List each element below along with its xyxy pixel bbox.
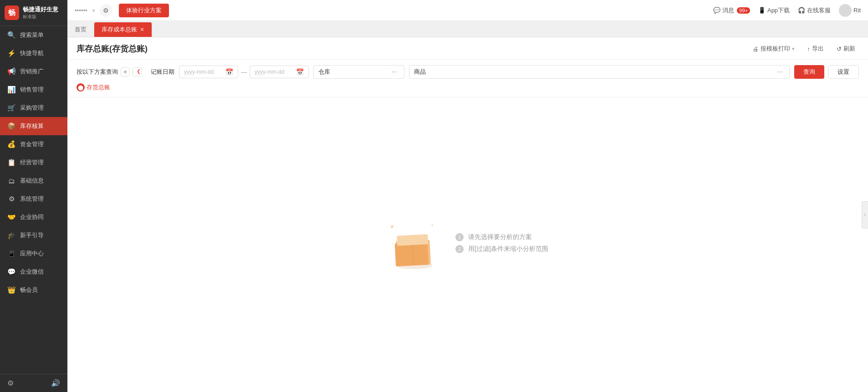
export-icon: ↑: [807, 46, 811, 52]
sidebar-item-basic[interactable]: 🗂 基础信息: [0, 172, 67, 190]
calendar-start-icon[interactable]: 📅: [225, 68, 233, 76]
add-scheme-icon[interactable]: ＋: [121, 67, 130, 76]
wechat-icon: 💬: [7, 268, 15, 276]
date-start-placeholder: yyyy-mm-dd: [184, 69, 214, 75]
online-service-btn[interactable]: 🎧 在线客服: [798, 6, 831, 15]
system-icon: ⚙: [7, 195, 15, 203]
scheme-list: ⬤ 存货总账: [77, 83, 110, 92]
tab-home[interactable]: 首页: [67, 22, 94, 37]
sound-icon[interactable]: 🔊: [51, 379, 60, 387]
sidebar-item-capital[interactable]: 💰 资金管理: [0, 135, 67, 153]
svg-text:✦: ✦: [389, 223, 395, 230]
sidebar-bottom: ⚙ 🔊: [0, 374, 67, 392]
sidebar-item-operation[interactable]: 📋 经营管理: [0, 153, 67, 172]
app-download-btn[interactable]: 📱 App下载: [758, 6, 790, 15]
app-version: 标准版: [23, 14, 58, 20]
sidebar-item-wechat[interactable]: 💬 企业微信: [0, 263, 67, 281]
message-label: 消息: [722, 6, 734, 15]
tabbar: 首页 库存成本总账 ✕: [67, 21, 868, 37]
user-menu[interactable]: Rit: [839, 4, 861, 17]
sidebar: 畅 畅捷通好生意 标准版 🔍 搜索菜单 ⚡ 快捷导航 📢 营销推广 📊 销售管理…: [0, 0, 67, 392]
tab-inventory-cost[interactable]: 库存成本总账 ✕: [94, 22, 152, 37]
sidebar-item-label: 采购管理: [20, 104, 44, 112]
tab-close-icon[interactable]: ✕: [140, 26, 144, 33]
date-end-input[interactable]: yyyy-mm-dd 📅: [250, 66, 309, 78]
sidebar-item-inventory[interactable]: 📦 库存核算: [0, 117, 67, 135]
sales-icon: 📊: [7, 86, 15, 94]
inventory-icon: 📦: [7, 122, 15, 130]
print-label: 按模板打印: [761, 45, 790, 53]
scheme-item-inventory[interactable]: ⬤ 存货总账: [77, 83, 110, 92]
operation-icon: 📋: [7, 158, 15, 167]
user-name: Rit: [853, 7, 861, 14]
sidebar-item-label: 快捷导航: [20, 49, 44, 57]
page-header: 库存总账(存货总账) 🖨 按模板打印 ▾ ↑ 导出 ↺ 刷新: [67, 37, 868, 60]
basic-icon: 🗂: [7, 177, 15, 185]
svg-text:✦: ✦: [430, 223, 434, 228]
collapse-icon[interactable]: 《: [133, 67, 142, 76]
hint2-num: 2: [455, 245, 464, 253]
filter-actions: 查询 设置: [794, 65, 859, 79]
sidebar-item-sales[interactable]: 📊 销售管理: [0, 81, 67, 99]
sidebar-item-label: 库存核算: [20, 122, 44, 130]
settings-button[interactable]: 设置: [828, 65, 859, 79]
date-start-input[interactable]: yyyy-mm-dd 📅: [179, 66, 238, 78]
print-btn[interactable]: 🖨 按模板打印 ▾: [749, 43, 798, 55]
export-btn[interactable]: ↑ 导出: [804, 43, 828, 55]
sidebar-item-newbie[interactable]: 🎓 新手引导: [0, 226, 67, 244]
sidebar-item-label: 销售管理: [20, 86, 44, 94]
sidebar-menu: 🔍 搜索菜单 ⚡ 快捷导航 📢 营销推广 📊 销售管理 🛒 采购管理 📦 库存核…: [0, 26, 67, 374]
message-badge: 99+: [737, 7, 750, 14]
warehouse-more-icon[interactable]: ···: [390, 68, 399, 76]
capital-icon: 💰: [7, 140, 15, 148]
message-btn[interactable]: 💬 消息 99+: [713, 6, 750, 15]
dropdown-arrow-icon: ▾: [92, 7, 95, 14]
sidebar-item-search[interactable]: 🔍 搜索菜单: [0, 26, 67, 44]
date-separator: —: [241, 69, 247, 76]
avatar: [839, 4, 852, 17]
sidebar-item-label: 资金管理: [20, 140, 44, 148]
panel-collapse-btn[interactable]: ›: [862, 201, 868, 229]
date-end-placeholder: yyyy-mm-dd: [255, 69, 284, 75]
query-button[interactable]: 查询: [794, 65, 824, 79]
sidebar-item-label: 经营管理: [20, 158, 44, 167]
dropdown-icon: ▾: [792, 46, 795, 52]
goods-more-icon[interactable]: ···: [775, 68, 785, 76]
phone-icon: 📱: [758, 7, 766, 14]
export-label: 导出: [812, 45, 824, 53]
filter-bar: 按以下方案查询 ＋ 《 记账日期 yyyy-mm-dd 📅 — yyyy-mm-…: [67, 60, 868, 97]
calendar-end-icon[interactable]: 📅: [296, 68, 304, 76]
hint1-text: 请先选择要分析的方案: [468, 233, 532, 240]
refresh-icon: ↺: [837, 46, 842, 52]
settings-bottom-icon[interactable]: ⚙: [7, 379, 14, 387]
sidebar-item-label: 搜索菜单: [20, 31, 44, 39]
date-range-filter: yyyy-mm-dd 📅 — yyyy-mm-dd 📅: [179, 66, 309, 78]
topbar-right: 💬 消息 99+ 📱 App下载 🎧 在线客服 Rit: [713, 4, 861, 17]
hint1-num: 1: [455, 233, 464, 241]
sidebar-item-purchase[interactable]: 🛒 采购管理: [0, 99, 67, 117]
sidebar-item-corp[interactable]: 🤝 企业协同: [0, 208, 67, 226]
sidebar-item-system[interactable]: ⚙ 系统管理: [0, 190, 67, 208]
industry-btn[interactable]: 体验行业方案: [119, 4, 169, 17]
member-icon: 👑: [7, 286, 15, 294]
sidebar-item-marketing[interactable]: 📢 营销推广: [0, 62, 67, 81]
app-download-label: App下载: [767, 6, 790, 15]
search-icon: 🔍: [7, 31, 15, 39]
sidebar-item-member[interactable]: 👑 畅会员: [0, 281, 67, 299]
corp-icon: 🤝: [7, 213, 15, 221]
empty-state: ✦ ✦ ✦ 1 请先选择要分析的方案 2 用[过滤]条件来缩小分析范围: [67, 97, 868, 392]
filter-row-main: 按以下方案查询 ＋ 《 记账日期 yyyy-mm-dd 📅 — yyyy-mm-…: [77, 65, 859, 79]
topbar-settings-icon[interactable]: ⚙: [100, 4, 112, 17]
newbie-icon: 🎓: [7, 231, 15, 239]
message-icon: 💬: [713, 7, 720, 14]
breadcrumb-current[interactable]: ▪▪▪▪▪▪: [75, 7, 87, 14]
warehouse-filter[interactable]: 仓库 ···: [313, 65, 404, 79]
sidebar-item-appcenter[interactable]: 📱 应用中心: [0, 244, 67, 263]
topbar: ▪▪▪▪▪▪ ▾ ⚙ 体验行业方案 💬 消息 99+ 📱 App下载 🎧 在线客…: [67, 0, 868, 21]
sidebar-item-label: 新手引导: [20, 231, 44, 239]
sidebar-item-quicknav[interactable]: ⚡ 快捷导航: [0, 44, 67, 62]
sidebar-item-label: 营销推广: [20, 67, 44, 76]
scheme-item-label: 存货总账: [87, 83, 110, 92]
refresh-btn[interactable]: ↺ 刷新: [833, 43, 859, 55]
goods-filter[interactable]: 商品 ···: [409, 65, 790, 79]
